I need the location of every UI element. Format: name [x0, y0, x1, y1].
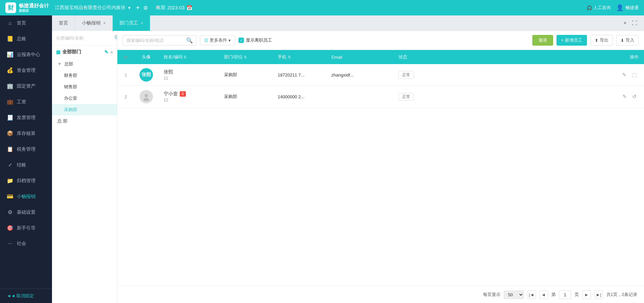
dept-node-bangong[interactable]: 办公室	[52, 93, 117, 104]
app-name: 畅捷通好会计	[19, 3, 49, 9]
sidebar-item-tax[interactable]: 📋 税务管理	[0, 141, 52, 157]
search-icon[interactable]: 🔍	[186, 37, 193, 44]
dept-node-xiaoshou[interactable]: 销售部	[52, 81, 117, 93]
sidebar-item-home[interactable]: ⌂ 首页	[0, 15, 52, 31]
th-settings[interactable]: ⚙	[117, 50, 134, 64]
checkbox-checked-icon: ✓	[238, 38, 244, 43]
sidebar-item-assets[interactable]: 🏢 固定资产	[0, 78, 52, 94]
sidebar-item-ledger[interactable]: 📒 总账	[0, 31, 52, 47]
more-icon: ···	[7, 241, 13, 247]
dept-node-caigou[interactable]: 采购部	[52, 104, 117, 115]
sidebar-item-expense[interactable]: 💳 小畅报销	[0, 189, 52, 204]
settings-button[interactable]: ⚙	[143, 5, 148, 11]
tab-employee-close[interactable]: ×	[141, 21, 143, 26]
row1-avatar-cell: 张熙	[134, 64, 158, 86]
tab-minimize-button[interactable]: ×	[622, 19, 628, 28]
sidebar-item-more[interactable]: ··· 社会	[0, 236, 52, 251]
sidebar-label-ledger: 总账	[17, 36, 26, 42]
th-status: 状态	[393, 50, 427, 64]
th-email: Email	[326, 50, 393, 64]
row1-edit-button[interactable]: ✎	[620, 71, 629, 79]
employee-table: ⚙ 头像 姓名/编码 ⇅ 部门/职位 ⇅	[117, 50, 644, 286]
page-next-button[interactable]: ►	[582, 290, 591, 299]
invite-button[interactable]: 邀请	[532, 35, 553, 46]
filter-button[interactable]: ☰ 更多条件 ▾	[200, 35, 235, 45]
show-resigned-toggle[interactable]: ✓ 显示离职员工	[238, 37, 272, 43]
period-value: 2023-03	[167, 5, 184, 10]
guide-icon: 🎯	[7, 225, 13, 231]
row1-status: 正常	[393, 64, 427, 86]
row2-name-cell: 宁小壹 应 12	[158, 86, 219, 108]
row2-edit-button[interactable]: ✎	[621, 93, 629, 100]
th-name[interactable]: 姓名/编码 ⇅	[158, 50, 219, 64]
page-last-button[interactable]: ►|	[594, 290, 603, 299]
sidebar-label-tax: 税务管理	[17, 146, 36, 152]
page-prev-button[interactable]: ◄	[539, 290, 548, 299]
row1-email: zhangxidf...	[326, 64, 393, 86]
sidebar-item-reports[interactable]: 📊 云报表中心	[0, 47, 52, 62]
th-phone-label: 手机	[278, 54, 286, 59]
collapse-icon[interactable]: «	[110, 49, 113, 55]
tab-employee[interactable]: 部门员工 ×	[113, 15, 150, 31]
all-dept-header[interactable]: ▦ 全部部门 ✎ «	[52, 46, 117, 58]
th-phone[interactable]: 手机 ⇅	[272, 50, 326, 64]
tab-fullscreen-button[interactable]: ⛶	[631, 19, 639, 28]
th-dept[interactable]: 部门/职位 ⇅	[219, 50, 272, 64]
sidebar-item-inventory[interactable]: 📦 库存核算	[0, 125, 52, 141]
per-page-select[interactable]: 10 20 50 100	[504, 291, 524, 299]
home-icon: ⌂	[7, 20, 13, 26]
edit-icon[interactable]: ✎	[104, 49, 108, 55]
import-button[interactable]: ⬇ 导入	[616, 35, 639, 46]
export-icon: ⬆	[595, 38, 598, 43]
user-name: 畅捷通	[626, 5, 639, 11]
dept-search-input[interactable]	[56, 36, 112, 41]
tab-home[interactable]: 首页	[52, 15, 75, 31]
page-first-button[interactable]: |◄	[527, 290, 536, 299]
user-area[interactable]: 👤 畅捷通	[616, 4, 639, 11]
tab-expense-close[interactable]: ×	[103, 21, 106, 26]
page-label: 第	[551, 292, 556, 298]
archive-icon: 📁	[7, 178, 13, 184]
payroll-icon: 💼	[7, 99, 13, 105]
dept-node-caiwu[interactable]: 财务部	[52, 70, 117, 81]
default-avatar-icon	[142, 92, 151, 101]
invoice-icon: 🧾	[7, 114, 13, 121]
th-dept-label: 部门/职位	[224, 54, 243, 59]
tab-expense[interactable]: 小畅报销 ×	[75, 15, 113, 31]
company-selector[interactable]: 江西服宝精品有限责任公司内账张 ▾	[55, 5, 130, 11]
page-number-input[interactable]	[559, 290, 571, 299]
dept-node-zongbu2[interactable]: 总 部	[52, 115, 117, 127]
row1-logout-button[interactable]: ⬚	[630, 71, 639, 79]
dept-search-icon[interactable]: 🔍	[114, 35, 117, 41]
row2-dept: 采购部	[219, 86, 272, 108]
sidebar-item-invoice[interactable]: 🧾 发票管理	[0, 110, 52, 125]
row2-name: 宁小壹	[164, 91, 178, 97]
sidebar-item-funds[interactable]: 💰 资金管理	[0, 62, 52, 78]
sidebar-item-archive[interactable]: 📁 归档管理	[0, 173, 52, 189]
sidebar-label-settings: 基础设置	[17, 209, 36, 215]
calendar-icon[interactable]: 📅	[186, 5, 192, 10]
table-header-row: ⚙ 头像 姓名/编码 ⇅ 部门/职位 ⇅	[117, 50, 644, 64]
cancel-pin-button[interactable]: ◄◄ 取消固定	[0, 289, 52, 303]
filter-label: 更多条件	[210, 37, 227, 43]
row2-delete-button[interactable]: ↺	[630, 93, 639, 100]
add-employee-button[interactable]: + 新增员工	[556, 35, 587, 46]
sidebar-item-guide[interactable]: 🎯 新手引导	[0, 220, 52, 236]
import-icon: ⬇	[621, 38, 624, 43]
dept-node-zongbu[interactable]: ▼ 总部	[52, 58, 117, 70]
reports-icon: 📊	[7, 51, 13, 58]
filter-icon: ☰	[204, 38, 208, 43]
support-button[interactable]: 🎧 人工咨询	[587, 5, 611, 11]
export-button[interactable]: ⬆ 导出	[590, 35, 613, 46]
employee-search-input[interactable]	[126, 38, 184, 43]
add-button[interactable]: +	[136, 4, 140, 12]
employee-search-box: 🔍	[123, 35, 197, 46]
app-logo: 财 畅捷通好会计 旗舰版	[5, 2, 52, 13]
sidebar-item-settings[interactable]: ⚙ 基础设置	[0, 204, 52, 220]
status-badge: 正常	[398, 93, 414, 101]
sidebar-label-more: 社会	[17, 241, 26, 247]
sidebar-item-payroll[interactable]: 💼 工资	[0, 94, 52, 110]
sidebar-item-checkout[interactable]: ✓ 结账	[0, 157, 52, 173]
row2-num: 2	[117, 86, 134, 108]
row1-code: 11	[164, 76, 213, 81]
